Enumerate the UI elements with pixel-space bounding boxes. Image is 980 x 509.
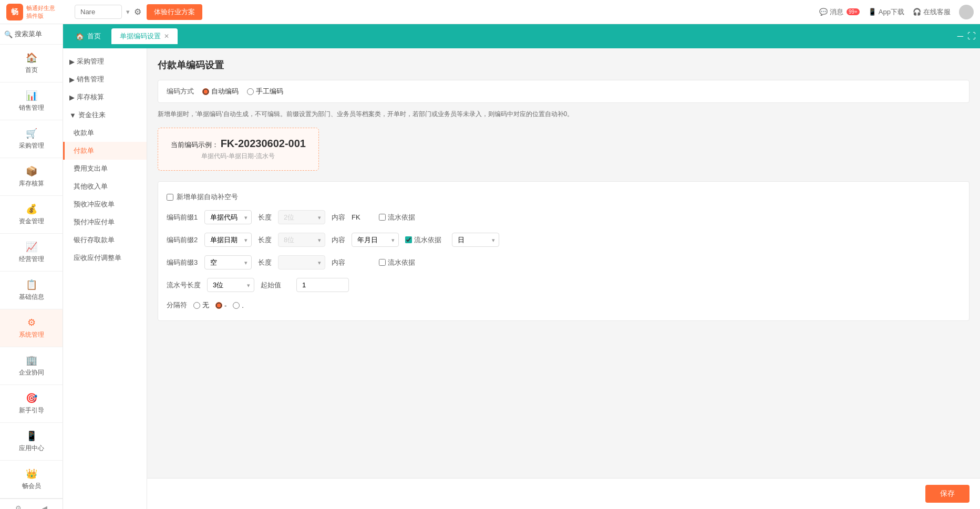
- group-purchase-title[interactable]: ▶ 采购管理: [63, 53, 147, 70]
- prefix1-length-select[interactable]: 2位: [278, 210, 325, 224]
- manual-code-radio[interactable]: [247, 88, 254, 95]
- prefix1-length-wrap: 2位: [278, 210, 325, 224]
- user-avatar[interactable]: [959, 5, 974, 19]
- prefix2-length-label: 长度: [258, 235, 272, 245]
- separator-label: 分隔符: [167, 300, 187, 310]
- prefix3-content-value: [352, 260, 373, 265]
- separator-row: 分隔符 无 - .: [167, 300, 961, 310]
- prefix2-serial-checkbox[interactable]: [405, 236, 412, 243]
- second-sidebar: ▶ 采购管理 ▶ 销售管理 ▶ 库存核算: [63, 48, 147, 509]
- search-menu[interactable]: 🔍 搜索菜单: [0, 24, 63, 45]
- sidebar-item-purchase[interactable]: 🛒 采购管理: [0, 120, 63, 158]
- sidebar-item-advance-receivable[interactable]: 预收冲应收单: [63, 195, 147, 213]
- sidebar-item-receivable-adjust[interactable]: 应收应付调整单: [63, 249, 147, 267]
- prefix1-serial-wrap: 流水依据: [379, 213, 415, 222]
- group-inventory-title[interactable]: ▶ 库存核算: [63, 88, 147, 106]
- manual-code-option[interactable]: 手工编码: [247, 87, 283, 96]
- sidebar-item-operation[interactable]: 📈 经营管理: [0, 234, 63, 272]
- sidebar-item-other-income[interactable]: 其他收入单: [63, 178, 147, 195]
- online-service-button[interactable]: 🎧 在线客服: [913, 7, 951, 17]
- bottom-settings-icon[interactable]: ⚙: [15, 504, 22, 509]
- group-sales: ▶ 销售管理: [63, 70, 147, 88]
- group-inventory: ▶ 库存核算: [63, 88, 147, 106]
- message-icon: 💬: [819, 8, 828, 16]
- sidebar-item-sales[interactable]: 📊 销售管理: [0, 82, 63, 120]
- arrow-right-icon-2: ▶: [69, 76, 75, 84]
- workspace-selector[interactable]: Nare: [75, 5, 122, 19]
- prefix1-serial-checkbox[interactable]: [379, 214, 386, 221]
- sidebar-item-home[interactable]: 🏠 首页: [0, 45, 63, 82]
- save-button[interactable]: 保存: [925, 485, 969, 503]
- prefix2-length-select[interactable]: 8位: [278, 233, 325, 247]
- prefix3-serial-wrap: 流水依据: [379, 258, 415, 267]
- serial-length-select[interactable]: 3位 4位 5位 6位: [207, 278, 254, 292]
- group-capital-title[interactable]: ▼ 资金往来: [63, 106, 147, 124]
- minimize-icon[interactable]: ─: [957, 32, 963, 41]
- tab-code-setting[interactable]: 单据编码设置 ✕: [111, 28, 178, 44]
- sidebar-item-appcenter[interactable]: 📱 应用中心: [0, 423, 63, 461]
- prefix2-day-select[interactable]: 日 月 年: [452, 233, 499, 247]
- sidebar-item-enterprise[interactable]: 🏢 企业协同: [0, 347, 63, 385]
- left-sidebar: 🔍 搜索菜单 🏠 首页 📊 销售管理 🛒 采购管理 📦 库存核算 💰 资金管理 …: [0, 24, 63, 509]
- separator-none-option[interactable]: 无: [193, 300, 209, 310]
- service-icon: 🎧: [913, 8, 921, 16]
- tab-bar-right: ─ ⛶: [957, 32, 976, 41]
- experience-button[interactable]: 体验行业方案: [147, 4, 202, 20]
- prefix3-serial-checkbox[interactable]: [379, 259, 386, 266]
- sidebar-item-finance[interactable]: 💰 资金管理: [0, 196, 63, 234]
- messages-button[interactable]: 💬 消息 99+: [819, 7, 860, 17]
- serial-length-label: 流水号长度: [167, 281, 201, 290]
- auto-code-radio[interactable]: [202, 88, 209, 95]
- sidebar-item-bank-deposit[interactable]: 银行存取款单: [63, 231, 147, 249]
- prefix2-content-select[interactable]: 年月日 年月 年: [352, 233, 399, 247]
- tab-close-icon[interactable]: ✕: [164, 33, 169, 40]
- sidebar-item-receipt[interactable]: 收款单: [63, 124, 147, 142]
- maximize-icon[interactable]: ⛶: [967, 32, 976, 41]
- separator-none-radio[interactable]: [193, 302, 200, 309]
- prefix1-length-label: 长度: [258, 213, 272, 222]
- prefix2-row: 编码前缀2 单据日期 单据代码 部门 业务员 空 长度: [167, 233, 961, 247]
- sidebar-item-member[interactable]: 👑 畅会员: [0, 461, 63, 498]
- app-download-button[interactable]: 📱 App下载: [868, 7, 904, 17]
- prefix3-length-select[interactable]: [278, 255, 325, 269]
- prefix3-length-wrap: [278, 255, 325, 269]
- start-value-input[interactable]: [296, 278, 349, 292]
- top-bar: 畅 畅通好生意 插件版 Nare ▾ ⚙ 体验行业方案 💬 消息 99+ 📱 A…: [0, 0, 980, 24]
- search-icon: 🔍: [4, 30, 13, 38]
- sidebar-item-expense[interactable]: 费用支出单: [63, 160, 147, 178]
- group-sales-title[interactable]: ▶ 销售管理: [63, 70, 147, 88]
- prefix2-select[interactable]: 单据日期 单据代码 部门 业务员 空: [204, 233, 252, 247]
- preview-box: 当前编码示例： FK-20230602-001 单据代码-单据日期-流水号: [158, 128, 319, 171]
- inventory-icon: 📦: [26, 165, 37, 177]
- content-area: 🏠 首页 单据编码设置 ✕ ─ ⛶ ▶ 采购管理: [63, 24, 980, 509]
- auto-fill-checkbox[interactable]: [167, 194, 173, 201]
- page-title: 付款单编码设置: [158, 59, 969, 71]
- prefix3-select[interactable]: 空 单据代码 部门 业务员: [204, 255, 252, 269]
- chevron-down-icon[interactable]: ▾: [126, 8, 130, 16]
- system-icon: ⚙: [27, 317, 36, 328]
- separator-dash-option[interactable]: -: [215, 302, 226, 309]
- auto-code-option[interactable]: 自动编码: [202, 87, 239, 96]
- collapse-icon[interactable]: ◀: [42, 504, 47, 509]
- logo-icon: 畅: [6, 4, 23, 20]
- settings-icon[interactable]: ⚙: [134, 7, 141, 17]
- sidebar-item-newguide[interactable]: 🎯 新手引导: [0, 385, 63, 423]
- sidebar-item-advance-payable[interactable]: 预付冲应付单: [63, 213, 147, 231]
- separator-dash-radio[interactable]: [215, 302, 222, 309]
- sidebar-item-basic[interactable]: 📋 基础信息: [0, 272, 63, 309]
- sidebar-item-system[interactable]: ⚙ 系统管理: [0, 309, 63, 347]
- tab-home[interactable]: 🏠 首页: [67, 28, 109, 44]
- main-panel: 付款单编码设置 编码方式 自动编码 手工编码: [147, 48, 980, 509]
- sidebar-item-inventory[interactable]: 📦 库存核算: [0, 158, 63, 196]
- prefix1-content-value: FK: [352, 211, 373, 224]
- prefix1-select[interactable]: 单据代码 部门 业务员 空: [204, 210, 252, 224]
- preview-code: FK-20230602-001: [221, 138, 306, 149]
- auto-fill-label: 新增单据自动补空号: [177, 192, 238, 202]
- app-logo: 畅 畅通好生意 插件版: [6, 4, 69, 20]
- top-bar-controls: Nare ▾ ⚙: [75, 5, 141, 19]
- prefix1-label: 编码前缀1: [167, 213, 198, 222]
- separator-dot-option[interactable]: .: [233, 302, 244, 309]
- sidebar-item-payment[interactable]: 付款单: [63, 142, 147, 160]
- separator-dot-radio[interactable]: [233, 302, 240, 309]
- arrow-right-icon: ▶: [69, 58, 75, 66]
